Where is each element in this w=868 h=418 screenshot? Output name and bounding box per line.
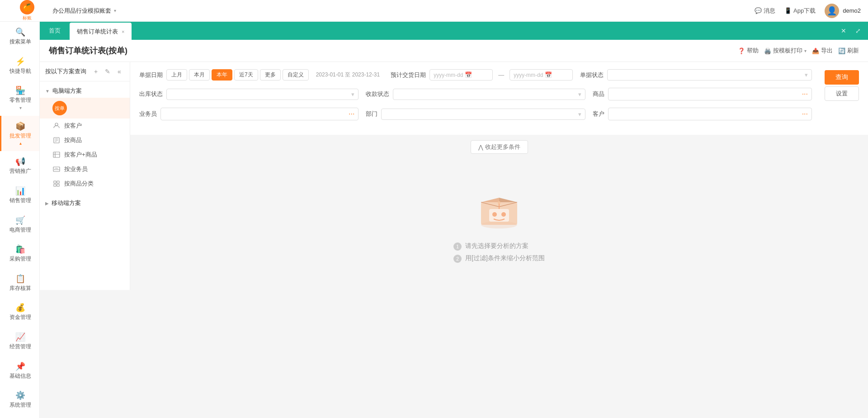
basic-icon: 📌 bbox=[15, 361, 25, 371]
date-btn-7days[interactable]: 近7天 bbox=[234, 69, 258, 81]
message-icon: 💬 bbox=[755, 7, 762, 14]
date-btn-custom[interactable]: 自定义 bbox=[283, 69, 309, 81]
date-btn-last-month[interactable]: 上月 bbox=[166, 69, 187, 81]
product-select[interactable]: ··· bbox=[608, 88, 812, 100]
inventory-icon: 📋 bbox=[15, 274, 25, 284]
order-status-select[interactable]: ▾ bbox=[607, 69, 812, 81]
scheme-group-header-desktop[interactable]: ▼ 电脑端方案 bbox=[40, 84, 130, 98]
collapse-scheme-btn[interactable]: « bbox=[114, 66, 124, 76]
message-action[interactable]: 💬 消息 bbox=[755, 7, 775, 15]
sidebar-item-ecommerce[interactable]: 🛒 电商管理 bbox=[0, 210, 39, 239]
sidebar-item-enterprise[interactable]: 🤝 企业协同 bbox=[0, 414, 39, 418]
purchase-icon: 🛍️ bbox=[15, 244, 25, 254]
filter-actions: 查询 设置 bbox=[817, 69, 859, 101]
svg-rect-6 bbox=[54, 184, 56, 186]
filter-customer: 客户 ··· bbox=[593, 108, 812, 120]
calendar-end-icon: 📅 bbox=[545, 71, 552, 78]
filter-row-3: 业务员 ··· 部门 bbox=[139, 108, 812, 120]
wholesale-icon: 📦 bbox=[15, 121, 25, 131]
app-selector[interactable]: 办公用品行业模拟账套 ▾ bbox=[47, 5, 122, 17]
svg-rect-5 bbox=[57, 181, 59, 183]
expand-icon: ▾ bbox=[19, 105, 22, 110]
customer-select[interactable]: ··· bbox=[608, 108, 812, 120]
collapse-button[interactable]: ⋀ 收起更多条件 bbox=[471, 140, 528, 154]
chevron-status-icon: ▾ bbox=[805, 71, 808, 78]
logo-icon: 🍊 bbox=[20, 0, 34, 14]
export-icon: 📤 bbox=[812, 48, 819, 54]
sidebar-item-inventory[interactable]: 📋 库存核算 bbox=[0, 268, 39, 298]
product-scheme-icon bbox=[52, 136, 61, 144]
date-btn-more[interactable]: 更多 bbox=[260, 69, 281, 81]
date-btn-this-month[interactable]: 本月 bbox=[189, 69, 210, 81]
salesman-select[interactable]: ··· bbox=[160, 108, 359, 120]
date-buttons: 上月 本月 本年 近7天 更多 自定义 bbox=[166, 69, 309, 81]
page-header-actions: ❓ 帮助 🖨️ 按模板打印 ▾ 📤 导出 🔄 刷新 bbox=[738, 47, 859, 60]
sidebar-item-purchase[interactable]: 🛍️ 采购管理 bbox=[0, 239, 39, 268]
scheme-item-by-product[interactable]: 按商品 bbox=[40, 133, 130, 147]
page-content: 销售订单统计表(按单) ❓ 帮助 🖨️ 按模板打印 ▾ 📤 导出 bbox=[40, 40, 868, 418]
sidebar-item-operations[interactable]: 📈 经营管理 bbox=[0, 327, 39, 356]
tab-home[interactable]: 首页 bbox=[40, 22, 70, 40]
filter-order-date: 单据日期 上月 本月 本年 近7天 更多 自定义 bbox=[139, 69, 309, 81]
tab-close-btn[interactable]: ✕ bbox=[837, 24, 850, 37]
scheme-item-by-customer[interactable]: 按客户 bbox=[40, 119, 130, 133]
scheme-panel-header: 按以下方案查询 + ✎ « bbox=[40, 62, 130, 81]
user-menu[interactable]: 👤 demo2 bbox=[825, 4, 861, 18]
sidebar-item-wholesale[interactable]: 📦 批发管理 ▴ bbox=[0, 116, 39, 152]
filter-product: 商品 ··· bbox=[593, 88, 812, 100]
sidebar-item-search[interactable]: 🔍 搜索菜单 bbox=[0, 22, 39, 51]
edit-scheme-btn[interactable]: ✎ bbox=[103, 66, 113, 76]
tab-expand-btn[interactable]: ⤢ bbox=[852, 24, 864, 37]
app-selector-text: 办公用品行业模拟账套 bbox=[52, 7, 111, 15]
filter-row-2: 出库状态 ▾ 收款状态 bbox=[139, 88, 812, 100]
sidebar-item-basic[interactable]: 📌 基础信息 bbox=[0, 356, 39, 385]
page-header: 销售订单统计表(按单) ❓ 帮助 🖨️ 按模板打印 ▾ 📤 导出 bbox=[40, 40, 868, 62]
tab-bar: 首页 销售订单统计表 × ✕ ⤢ bbox=[40, 22, 868, 40]
tab-current[interactable]: 销售订单统计表 × bbox=[70, 23, 132, 41]
expected-date-start[interactable]: yyyy-mm-dd 📅 bbox=[429, 69, 493, 81]
filter-ship-status: 出库状态 ▾ bbox=[139, 89, 359, 100]
sidebar-item-retail[interactable]: 🏪 零售管理 ▾ bbox=[0, 80, 39, 116]
payment-status-select[interactable]: ▾ bbox=[393, 89, 585, 100]
date-btn-this-year[interactable]: 本年 bbox=[212, 69, 232, 81]
empty-illustration bbox=[472, 186, 526, 233]
sidebar-item-shortcuts[interactable]: ⚡ 快捷导航 bbox=[0, 51, 39, 81]
page-title: 销售订单统计表(按单) bbox=[49, 45, 127, 62]
filter-fields: 单据日期 上月 本月 本年 近7天 更多 自定义 bbox=[139, 69, 812, 128]
salesman-ellipsis: ··· bbox=[349, 110, 354, 118]
dept-select[interactable]: ▾ bbox=[381, 109, 585, 120]
expected-date-end[interactable]: yyyy-mm-dd 📅 bbox=[509, 69, 573, 81]
app-download-action[interactable]: 📱 App下载 bbox=[784, 7, 816, 15]
scheme-item-by-category[interactable]: 按商品分类 bbox=[40, 176, 130, 191]
help-btn[interactable]: ❓ 帮助 bbox=[738, 47, 759, 55]
date-separator: — bbox=[498, 71, 504, 78]
triangle-mobile-icon: ▶ bbox=[45, 201, 49, 206]
scheme-item-by-cust-prod[interactable]: 按客户+商品 bbox=[40, 147, 130, 162]
add-scheme-btn[interactable]: + bbox=[91, 66, 101, 76]
export-btn[interactable]: 📤 导出 bbox=[812, 47, 833, 55]
scheme-item-by-order[interactable]: 按单 bbox=[40, 98, 130, 119]
scheme-item-by-salesman[interactable]: 按业务员 bbox=[40, 162, 130, 176]
svg-rect-4 bbox=[54, 181, 56, 183]
sidebar-item-finance[interactable]: 💰 资金管理 bbox=[0, 297, 39, 327]
search-icon: 🔍 bbox=[15, 27, 25, 37]
tab-close-icon[interactable]: × bbox=[122, 29, 124, 34]
refresh-btn[interactable]: 🔄 刷新 bbox=[838, 47, 859, 55]
customer-ellipsis: ··· bbox=[802, 110, 808, 118]
operations-icon: 📈 bbox=[15, 332, 25, 342]
chevron-ship-icon: ▾ bbox=[351, 91, 354, 98]
sidebar-item-marketing[interactable]: 📢 营销推广 bbox=[0, 151, 39, 180]
sidebar-item-sales[interactable]: 📊 销售管理 bbox=[0, 180, 39, 210]
settings-button[interactable]: 设置 bbox=[825, 86, 859, 101]
template-print-btn[interactable]: 🖨️ 按模板打印 ▾ bbox=[764, 47, 807, 55]
svg-point-0 bbox=[55, 123, 58, 126]
system-icon: ⚙️ bbox=[15, 390, 25, 400]
sidebar-item-system[interactable]: ⚙️ 系统管理 bbox=[0, 385, 39, 414]
scheme-mobile-group: ▶ 移动端方案 bbox=[40, 194, 130, 213]
scheme-group-header-mobile[interactable]: ▶ 移动端方案 bbox=[40, 196, 130, 210]
empty-tip-2: 2 用[过滤]条件来缩小分析范围 bbox=[453, 254, 545, 263]
query-button[interactable]: 查询 bbox=[825, 70, 859, 85]
ship-status-select[interactable]: ▾ bbox=[166, 89, 359, 100]
ecommerce-icon: 🛒 bbox=[15, 215, 25, 225]
body-area: 按以下方案查询 + ✎ « ▼ 电脑端方案 bbox=[40, 62, 868, 290]
